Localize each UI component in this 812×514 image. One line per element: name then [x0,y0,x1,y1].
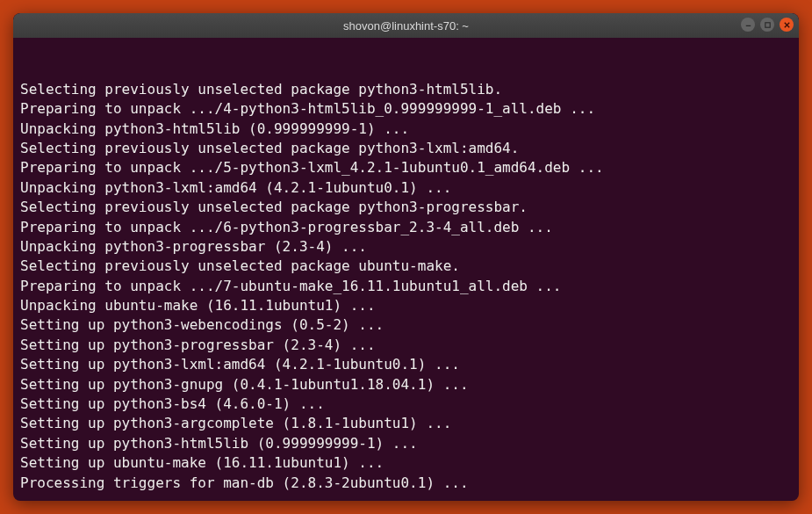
terminal-line: Preparing to unpack .../5-python3-lxml_4… [20,158,792,177]
minimize-icon [744,21,752,29]
terminal-window: shovon@linuxhint-s70: ~ Selecting previo… [13,13,799,501]
close-button[interactable] [780,18,794,32]
terminal-line: Unpacking python3-lxml:amd64 (4.2.1-1ubu… [20,178,792,198]
terminal-line: Preparing to unpack .../6-python3-progre… [20,218,792,237]
terminal-line: Preparing to unpack .../7-ubuntu-make_16… [20,277,792,296]
close-icon [783,21,791,29]
svg-rect-1 [765,22,769,26]
terminal-line: Selecting previously unselected package … [20,80,792,99]
window-title: shovon@linuxhint-s70: ~ [343,19,469,33]
terminal-line: Selecting previously unselected package … [20,198,792,217]
maximize-button[interactable] [760,18,774,32]
terminal-line: Setting up python3-gnupg (0.4.1-1ubuntu1… [20,375,792,395]
titlebar: shovon@linuxhint-s70: ~ [13,13,799,38]
terminal-line: Setting up python3-html5lib (0.999999999… [20,434,792,453]
terminal-line: Preparing to unpack .../4-python3-html5l… [20,99,792,119]
terminal-line: Setting up ubuntu-make (16.11.1ubuntu1) … [20,453,792,473]
terminal-line: Setting up python3-lxml:amd64 (4.2.1-1ub… [20,355,792,374]
terminal-line: Unpacking python3-progressbar (2.3-4) ..… [20,237,792,257]
terminal-line: Setting up python3-argcomplete (1.8.1-1u… [20,414,792,433]
terminal-line: Setting up python3-webencodings (0.5-2) … [20,315,792,335]
terminal-area[interactable]: Selecting previously unselected package … [13,38,799,501]
terminal-line: Setting up python3-bs4 (4.6.0-1) ... [20,395,792,414]
maximize-icon [764,21,772,29]
terminal-line: Selecting previously unselected package … [20,257,792,276]
terminal-line: Setting up python3-progressbar (2.3-4) .… [20,336,792,355]
minimize-button[interactable] [741,18,755,32]
terminal-line: Unpacking ubuntu-make (16.11.1ubuntu1) .… [20,296,792,315]
terminal-output: Selecting previously unselected package … [20,80,792,493]
terminal-line: Selecting previously unselected package … [20,139,792,158]
terminal-line: Unpacking python3-html5lib (0.999999999-… [20,119,792,139]
window-controls [741,18,794,32]
terminal-line: Processing triggers for man-db (2.8.3-2u… [20,474,792,493]
